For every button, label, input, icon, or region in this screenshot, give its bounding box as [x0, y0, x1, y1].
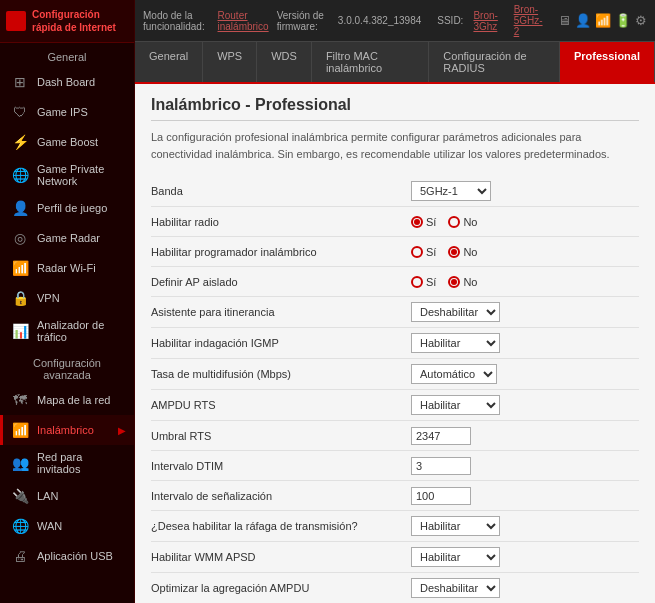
- sidebar-item-perfil-juego[interactable]: 👤 Perfil de juego: [0, 193, 134, 223]
- radio-dot-3-0: [411, 276, 423, 288]
- sidebar-advanced-section: Configuración avanzada: [0, 349, 134, 385]
- router-icon: [6, 11, 26, 31]
- sidebar-item-inalambrico[interactable]: 📶 Inalámbrico ▶: [0, 415, 134, 445]
- text-input-10[interactable]: [411, 487, 471, 505]
- sidebar-item-game-ips[interactable]: 🛡 Game IPS: [0, 97, 134, 127]
- select-0[interactable]: 2.4GHz5GHz-15GHz-2: [411, 181, 491, 201]
- signal-icon[interactable]: 📶: [595, 13, 611, 28]
- mapa-icon: 🗺: [11, 391, 29, 409]
- radio-option-2-0[interactable]: Sí: [411, 246, 436, 258]
- form-control-4: DeshabilitarHabilitar: [411, 302, 639, 322]
- radio-option-1-1[interactable]: No: [448, 216, 477, 228]
- form-row-12: Habilitar WMM APSDHabilitarDeshabilitar: [151, 542, 639, 573]
- sidebar-item-vpn[interactable]: 🔒 VPN: [0, 283, 134, 313]
- select-12[interactable]: HabilitarDeshabilitar: [411, 547, 500, 567]
- form-control-1: SíNo: [411, 216, 639, 228]
- radio-dot-2-1: [448, 246, 460, 258]
- gameboost-icon: ⚡: [11, 133, 29, 151]
- sidebar-item-label: Aplicación USB: [37, 550, 113, 562]
- sidebar-item-mapa-red[interactable]: 🗺 Mapa de la red: [0, 385, 134, 415]
- dashboard-icon: ⊞: [11, 73, 29, 91]
- sidebar-item-usb[interactable]: 🖨 Aplicación USB: [0, 541, 134, 571]
- sidebar-item-label: Game Private Network: [37, 163, 126, 187]
- radio-group-3: SíNo: [411, 276, 477, 288]
- content-area: Inalámbrico - Professional La configurac…: [135, 84, 655, 603]
- radio-option-2-1[interactable]: No: [448, 246, 477, 258]
- form-row-9: Intervalo DTIM: [151, 451, 639, 481]
- sidebar-item-radar-wifi[interactable]: 📶 Radar Wi-Fi: [0, 253, 134, 283]
- sidebar-item-label: Red para invitados: [37, 451, 126, 475]
- form-label-10: Intervalo de señalización: [151, 490, 411, 502]
- radio-label-3-0: Sí: [426, 276, 436, 288]
- sidebar-item-dashboard[interactable]: ⊞ Dash Board: [0, 67, 134, 97]
- battery-icon[interactable]: 🔋: [615, 13, 631, 28]
- firmware-value: 3.0.0.4.382_13984: [338, 15, 421, 26]
- form-row-6: Tasa de multidifusión (Mbps)Automático12…: [151, 359, 639, 390]
- form-label-2: Habilitar programador inalámbrico: [151, 246, 411, 258]
- tab-wps[interactable]: WPS: [203, 42, 257, 82]
- sidebar-item-analizador[interactable]: 📊 Analizador de tráfico: [0, 313, 134, 349]
- radio-option-1-0[interactable]: Sí: [411, 216, 436, 228]
- tab-professional[interactable]: Professional: [560, 42, 655, 82]
- person-icon[interactable]: 👤: [575, 13, 591, 28]
- sidebar-header-text: Configuración rápida de Internet: [32, 8, 128, 34]
- form-control-7: HabilitarDeshabilitar: [411, 395, 639, 415]
- ssid-2g-link[interactable]: Bron-3Ghz: [473, 10, 501, 32]
- ssid-5g-link[interactable]: Bron-5GHz-2: [514, 4, 548, 37]
- sidebar-item-game-radar[interactable]: ◎ Game Radar: [0, 223, 134, 253]
- select-11[interactable]: HabilitarDeshabilitar: [411, 516, 500, 536]
- sidebar-item-game-private-network[interactable]: 🌐 Game Private Network: [0, 157, 134, 193]
- inalambrico-icon: 📶: [11, 421, 29, 439]
- page-description: La configuración profesional inalámbrica…: [151, 129, 639, 162]
- page-title: Inalámbrico - Professional: [151, 96, 639, 121]
- sidebar-item-red-invitados[interactable]: 👥 Red para invitados: [0, 445, 134, 481]
- radio-option-3-1[interactable]: No: [448, 276, 477, 288]
- form-row-1: Habilitar radioSíNo: [151, 207, 639, 237]
- perfil-icon: 👤: [11, 199, 29, 217]
- radio-label-1-1: No: [463, 216, 477, 228]
- firmware-label: Versión de firmware:: [277, 10, 330, 32]
- radio-option-3-0[interactable]: Sí: [411, 276, 436, 288]
- gameradar-icon: ◎: [11, 229, 29, 247]
- form-row-13: Optimizar la agregación AMPDUDeshabilita…: [151, 573, 639, 603]
- gear-icon[interactable]: ⚙: [635, 13, 647, 28]
- form-control-2: SíNo: [411, 246, 639, 258]
- sidebar-item-wan[interactable]: 🌐 WAN: [0, 511, 134, 541]
- tab-filtro-mac[interactable]: Filtro MAC inalámbrico: [312, 42, 429, 82]
- mode-value: Router inalámbrico: [218, 10, 269, 32]
- gameprivate-icon: 🌐: [11, 166, 29, 184]
- sidebar-item-lan[interactable]: 🔌 LAN: [0, 481, 134, 511]
- form-row-4: Asistente para itineranciaDeshabilitarHa…: [151, 297, 639, 328]
- form-control-12: HabilitarDeshabilitar: [411, 547, 639, 567]
- select-6[interactable]: Automático125.511: [411, 364, 497, 384]
- select-7[interactable]: HabilitarDeshabilitar: [411, 395, 500, 415]
- select-4[interactable]: DeshabilitarHabilitar: [411, 302, 500, 322]
- form-label-9: Intervalo DTIM: [151, 460, 411, 472]
- sidebar-item-label: WAN: [37, 520, 62, 532]
- form-control-8: [411, 427, 639, 445]
- sidebar-item-label: Radar Wi-Fi: [37, 262, 96, 274]
- analizador-icon: 📊: [11, 322, 29, 340]
- radarwifi-icon: 📶: [11, 259, 29, 277]
- radio-dot-3-1: [448, 276, 460, 288]
- form-row-2: Habilitar programador inalámbricoSíNo: [151, 237, 639, 267]
- form-label-5: Habilitar indagación IGMP: [151, 337, 411, 349]
- text-input-9[interactable]: [411, 457, 471, 475]
- sidebar-item-label: Perfil de juego: [37, 202, 107, 214]
- tab-wds[interactable]: WDS: [257, 42, 312, 82]
- sidebar-item-game-boost[interactable]: ⚡ Game Boost: [0, 127, 134, 157]
- text-input-8[interactable]: [411, 427, 471, 445]
- form-label-6: Tasa de multidifusión (Mbps): [151, 368, 411, 380]
- monitor-icon[interactable]: 🖥: [558, 13, 571, 28]
- select-13[interactable]: DeshabilitarHabilitar: [411, 578, 500, 598]
- radio-label-2-0: Sí: [426, 246, 436, 258]
- sidebar-item-label: Game Boost: [37, 136, 98, 148]
- form-control-11: HabilitarDeshabilitar: [411, 516, 639, 536]
- invitados-icon: 👥: [11, 454, 29, 472]
- form-label-11: ¿Desea habilitar la ráfaga de transmisió…: [151, 520, 411, 532]
- tab-general[interactable]: General: [135, 42, 203, 82]
- select-5[interactable]: HabilitarDeshabilitar: [411, 333, 500, 353]
- usb-icon: 🖨: [11, 547, 29, 565]
- form-label-8: Umbral RTS: [151, 430, 411, 442]
- tab-radius[interactable]: Configuración de RADIUS: [429, 42, 560, 82]
